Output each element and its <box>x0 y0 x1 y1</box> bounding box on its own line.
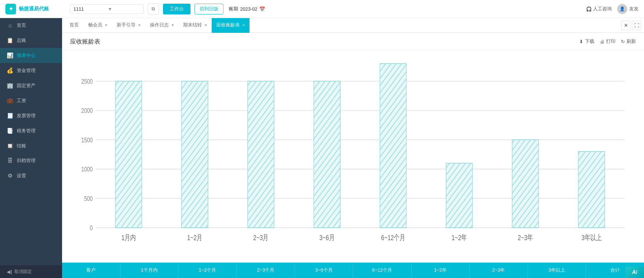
bar-chart: 050010001500200025001月内1~2月2~3月3~6月6~12个… <box>72 57 634 259</box>
th-6~12个月: 6~12个月 <box>353 263 412 278</box>
print-button[interactable]: 🖨 打印 <box>600 39 615 45</box>
sidebar-item-funds[interactable]: 💰 资金管理 <box>0 63 62 78</box>
sidebar-icon-salary: 💼 <box>7 97 13 104</box>
sidebar-item-settings[interactable]: ⚙ 设置 <box>0 168 62 183</box>
th-1个月内: 1个月内 <box>120 263 179 278</box>
company-name: 1111 <box>73 6 106 12</box>
chart-wrap: 050010001500200025001月内1~2月2~3月3~6月6~12个… <box>72 57 634 259</box>
maximize-tab-button[interactable]: ⛶ <box>632 21 641 30</box>
page-header: 应收账龄表 ⬇ 下载 🖨 打印 ↻ 刷新 <box>62 33 644 51</box>
tab-log[interactable]: 操作日志× <box>145 18 178 33</box>
period-area: 账期 2023-02 📅 <box>229 6 265 12</box>
tab-close-aging[interactable]: × <box>243 23 245 27</box>
avatar: 👤 <box>617 4 627 14</box>
svg-text:2500: 2500 <box>81 77 93 85</box>
svg-rect-42 <box>578 151 605 227</box>
sidebar-item-reports[interactable]: 📊 报表中心 <box>0 48 62 63</box>
print-icon: 🖨 <box>600 39 604 44</box>
refresh-button[interactable]: ↻ 刷新 <box>621 39 636 45</box>
sidebar-item-home[interactable]: ⌂ 首页 <box>0 18 62 33</box>
tab-actions: ✕ ⛶ <box>621 21 641 30</box>
sidebar-label-invoice: 发票管理 <box>17 113 36 119</box>
th-1~2年: 1~2年 <box>412 263 470 278</box>
svg-text:1000: 1000 <box>81 165 93 173</box>
sidebar-item-archive[interactable]: 🗄 归档管理 <box>0 153 62 168</box>
svg-text:6~12个月: 6~12个月 <box>381 233 405 242</box>
tab-label-closing: 期末结转 <box>183 22 202 28</box>
download-label: 下载 <box>585 39 594 45</box>
top-header: ✦ 畅捷通易代账 1111 ▼ ⧉ 工作台 切到旧版 账期 2023-02 📅 … <box>0 0 644 18</box>
logo-text: 畅捷通易代账 <box>19 6 49 12</box>
th-客户: 客户 <box>62 263 120 278</box>
main-layout: ⌂ 首页 📋 总账 📊 报表中心 💰 资金管理 🏢 固定资产 💼 工资 🧾 发票… <box>0 18 644 278</box>
sidebar-item-salary[interactable]: 💼 工资 <box>0 93 62 108</box>
sidebar: ⌂ 首页 📋 总账 📊 报表中心 💰 资金管理 🏢 固定资产 💼 工资 🧾 发票… <box>0 18 62 278</box>
tab-home[interactable]: 首页 <box>65 18 84 33</box>
tab-label-home: 首页 <box>69 22 79 28</box>
close-tab-button[interactable]: ✕ <box>621 21 631 30</box>
sidebar-item-settle[interactable]: 🔲 结账 <box>0 138 62 153</box>
tab-close-member[interactable]: × <box>105 23 107 27</box>
svg-text:0: 0 <box>90 224 93 232</box>
table-header: 客户1个月内1~2个月2~3个月3~6个月6~12个月1~2年2~3年3年以上合… <box>62 263 644 278</box>
tab-label-aging: 应收账龄表 <box>216 22 240 28</box>
svg-text:3年以上: 3年以上 <box>582 233 602 242</box>
tab-label-log: 操作日志 <box>150 22 169 28</box>
tab-label-guide: 新手引导 <box>117 22 136 28</box>
cancel-fixed-button[interactable]: ◀‖ 取消固定 <box>0 265 62 278</box>
switch-version-button[interactable]: 切到旧版 <box>195 4 223 14</box>
tab-close-guide[interactable]: × <box>138 23 141 27</box>
header-right: 🎧 人工咨询 👤 友友 <box>586 4 639 14</box>
download-button[interactable]: ⬇ 下载 <box>579 39 594 45</box>
th-2~3个月: 2~3个月 <box>237 263 295 278</box>
copy-icon: ⧉ <box>152 6 155 12</box>
sidebar-icon-ledger: 📋 <box>7 37 13 44</box>
company-selector[interactable]: 1111 ▼ <box>70 4 144 14</box>
consultation-area[interactable]: 🎧 人工咨询 <box>586 6 612 12</box>
workbench-button[interactable]: 工作台 <box>163 4 191 14</box>
sidebar-label-assets: 固定资产 <box>17 83 36 89</box>
sidebar-item-invoice[interactable]: 🧾 发票管理 <box>0 108 62 123</box>
sidebar-item-tax[interactable]: 📑 税务管理 <box>0 123 62 138</box>
tab-label-member: 畅会员 <box>88 22 102 28</box>
sidebar-label-funds: 资金管理 <box>17 68 36 74</box>
th-3年以上: 3年以上 <box>528 263 586 278</box>
logo-icon: ✦ <box>5 4 16 14</box>
tab-close-closing[interactable]: × <box>205 23 207 27</box>
sidebar-label-ledger: 总账 <box>17 38 26 44</box>
sidebar-item-ledger[interactable]: 📋 总账 <box>0 33 62 48</box>
sidebar-icon-settings: ⚙ <box>7 172 13 179</box>
svg-rect-28 <box>115 81 142 227</box>
period-label: 账期 <box>229 6 238 12</box>
tab-guide[interactable]: 新手引导× <box>112 18 145 33</box>
sidebar-label-home: 首页 <box>17 22 26 28</box>
ai-badge[interactable]: Ai <box>625 267 644 278</box>
svg-rect-36 <box>380 64 407 228</box>
svg-rect-32 <box>248 81 274 227</box>
page-title: 应收账龄表 <box>70 38 100 46</box>
page-actions: ⬇ 下载 🖨 打印 ↻ 刷新 <box>579 39 636 45</box>
cancel-fixed-label: 取消固定 <box>14 269 32 275</box>
sidebar-icon-assets: 🏢 <box>7 82 13 89</box>
tab-aging[interactable]: 应收账龄表× <box>212 18 250 33</box>
tab-closing[interactable]: 期末结转× <box>178 18 212 33</box>
svg-rect-40 <box>512 140 539 227</box>
logo-area: ✦ 畅捷通易代账 <box>5 4 66 14</box>
svg-text:1月内: 1月内 <box>121 233 136 242</box>
chart-container: 050010001500200025001月内1~2月2~3月3~6月6~12个… <box>62 51 644 263</box>
sidebar-icon-reports: 📊 <box>7 52 13 59</box>
calendar-icon[interactable]: 📅 <box>259 6 265 12</box>
copy-icon-button[interactable]: ⧉ <box>148 3 159 15</box>
refresh-icon: ↻ <box>621 39 625 44</box>
user-area[interactable]: 👤 友友 <box>617 4 639 14</box>
download-icon: ⬇ <box>579 39 583 44</box>
sidebar-item-assets[interactable]: 🏢 固定资产 <box>0 78 62 93</box>
th-1~2个月: 1~2个月 <box>178 263 237 278</box>
tab-close-log[interactable]: × <box>171 23 174 27</box>
tab-bar: 首页畅会员×新手引导×操作日志×期末结转×应收账龄表× ✕ ⛶ <box>62 18 644 33</box>
tab-member[interactable]: 畅会员× <box>84 18 112 33</box>
svg-text:1~2年: 1~2年 <box>452 233 467 242</box>
sidebar-label-salary: 工资 <box>17 98 26 104</box>
svg-text:1500: 1500 <box>81 136 93 144</box>
sidebar-icon-home: ⌂ <box>7 22 13 28</box>
